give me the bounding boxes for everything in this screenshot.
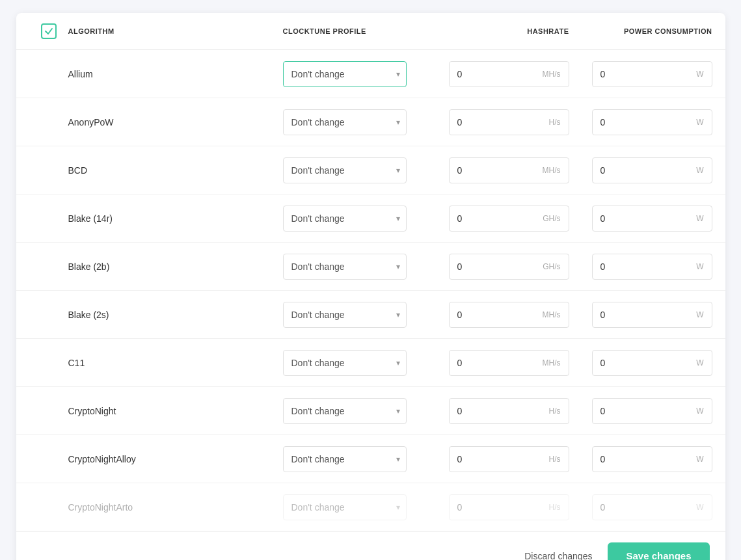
table-row: CryptoNightDon't changeProfile 1Profile …	[16, 387, 725, 435]
hashrate-unit: MH/s	[540, 358, 569, 367]
header-checkbox-cell[interactable]	[29, 23, 68, 39]
hashrate-input[interactable]	[450, 213, 541, 224]
algo-name: AnonyPoW	[68, 117, 283, 127]
algo-name: C11	[68, 358, 283, 368]
hashrate-input[interactable]	[450, 165, 540, 176]
clocktune-profile-cell: Don't changeProfile 1Profile 2Profile 3▾	[283, 441, 426, 477]
power-input-wrapper: W	[592, 494, 712, 520]
power-unit: W	[694, 455, 711, 464]
dropdown-wrapper: Don't changeProfile 1Profile 2Profile 3▾	[283, 446, 407, 472]
power-input[interactable]	[593, 117, 694, 127]
hashrate-input[interactable]	[450, 117, 546, 127]
hashrate-input-wrapper: MH/s	[449, 350, 569, 376]
hashrate-input[interactable]	[450, 358, 540, 368]
power-input[interactable]	[593, 406, 694, 416]
hashrate-cell: MH/s	[426, 157, 569, 183]
hashrate-input[interactable]	[450, 454, 546, 464]
power-input[interactable]	[593, 454, 694, 464]
col-header-hashrate: HASHRATE	[426, 27, 569, 35]
col-header-algorithm: ALGORITHM	[68, 27, 283, 35]
discard-button[interactable]: Discard changes	[524, 546, 592, 561]
hashrate-cell: H/s	[426, 494, 569, 520]
profile-dropdown[interactable]: Don't changeProfile 1Profile 2Profile 3	[283, 61, 407, 87]
power-input[interactable]	[593, 165, 694, 176]
power-cell: W	[569, 61, 712, 87]
clocktune-profile-cell: Don't changeProfile 1Profile 2Profile 3▾	[283, 104, 426, 140]
profile-dropdown[interactable]: Don't changeProfile 1Profile 2Profile 3	[283, 494, 407, 520]
hashrate-cell: GH/s	[426, 206, 569, 232]
profile-dropdown[interactable]: Don't changeProfile 1Profile 2Profile 3	[283, 350, 407, 376]
dropdown-wrapper: Don't changeProfile 1Profile 2Profile 3▾	[283, 302, 407, 328]
select-all-checkbox[interactable]	[41, 23, 57, 39]
profile-dropdown[interactable]: Don't changeProfile 1Profile 2Profile 3	[283, 254, 407, 280]
algo-name: BCD	[68, 165, 283, 176]
hashrate-input-wrapper: GH/s	[449, 206, 569, 232]
power-input[interactable]	[593, 310, 694, 320]
algo-name: Blake (14r)	[68, 213, 283, 224]
hashrate-cell: GH/s	[426, 254, 569, 280]
table-row: AnonyPoWDon't changeProfile 1Profile 2Pr…	[16, 98, 725, 146]
hashrate-unit: H/s	[546, 118, 569, 127]
power-cell: W	[569, 157, 712, 183]
dropdown-wrapper: Don't changeProfile 1Profile 2Profile 3▾	[283, 398, 407, 424]
hashrate-input[interactable]	[450, 261, 541, 272]
hashrate-input[interactable]	[450, 310, 540, 320]
table-row: BCDDon't changeProfile 1Profile 2Profile…	[16, 146, 725, 194]
power-unit: W	[694, 166, 711, 175]
power-unit: W	[694, 118, 711, 127]
algo-name: Blake (2b)	[68, 261, 283, 272]
hashrate-input-wrapper: MH/s	[449, 61, 569, 87]
hashrate-input-wrapper: H/s	[449, 494, 569, 520]
power-input-wrapper: W	[592, 350, 712, 376]
hashrate-cell: H/s	[426, 109, 569, 135]
col-header-power: POWER CONSUMPTION	[569, 27, 712, 35]
profile-dropdown[interactable]: Don't changeProfile 1Profile 2Profile 3	[283, 446, 407, 472]
power-input-wrapper: W	[592, 446, 712, 472]
power-input-wrapper: W	[592, 254, 712, 280]
hashrate-input[interactable]	[450, 69, 540, 79]
hashrate-unit: MH/s	[540, 310, 569, 319]
table-row: CryptoNightArtoDon't changeProfile 1Prof…	[16, 483, 725, 531]
save-button[interactable]: Save changes	[608, 542, 709, 560]
profile-dropdown[interactable]: Don't changeProfile 1Profile 2Profile 3	[283, 302, 407, 328]
power-cell: W	[569, 350, 712, 376]
algo-name: Allium	[68, 69, 283, 79]
power-unit: W	[694, 310, 711, 319]
hashrate-input[interactable]	[450, 406, 546, 416]
algo-name: CryptoNight	[68, 406, 283, 416]
hashrate-unit: H/s	[546, 407, 569, 416]
hashrate-cell: MH/s	[426, 61, 569, 87]
power-unit: W	[694, 503, 711, 512]
dropdown-wrapper: Don't changeProfile 1Profile 2Profile 3▾	[283, 109, 407, 135]
dropdown-wrapper: Don't changeProfile 1Profile 2Profile 3▾	[283, 206, 407, 232]
hashrate-unit: MH/s	[540, 70, 569, 79]
table-row: Blake (2b)Don't changeProfile 1Profile 2…	[16, 243, 725, 291]
power-cell: W	[569, 206, 712, 232]
dropdown-wrapper: Don't changeProfile 1Profile 2Profile 3▾	[283, 61, 407, 87]
hashrate-input[interactable]	[450, 502, 546, 513]
power-input[interactable]	[593, 69, 694, 79]
hashrate-unit: GH/s	[540, 262, 568, 271]
power-unit: W	[694, 214, 711, 223]
table-row: CryptoNightAlloyDon't changeProfile 1Pro…	[16, 435, 725, 483]
rows-container: AlliumDon't changeProfile 1Profile 2Prof…	[16, 50, 725, 531]
hashrate-cell: MH/s	[426, 350, 569, 376]
power-input[interactable]	[593, 502, 694, 513]
profile-dropdown[interactable]: Don't changeProfile 1Profile 2Profile 3	[283, 109, 407, 135]
dropdown-wrapper: Don't changeProfile 1Profile 2Profile 3▾	[283, 494, 407, 520]
profile-dropdown[interactable]: Don't changeProfile 1Profile 2Profile 3	[283, 398, 407, 424]
table-row: Blake (14r)Don't changeProfile 1Profile …	[16, 194, 725, 243]
power-cell: W	[569, 254, 712, 280]
hashrate-unit: H/s	[546, 503, 569, 512]
power-cell: W	[569, 494, 712, 520]
power-input[interactable]	[593, 358, 694, 368]
profile-dropdown[interactable]: Don't changeProfile 1Profile 2Profile 3	[283, 157, 407, 183]
table-row: Blake (2s)Don't changeProfile 1Profile 2…	[16, 291, 725, 339]
algo-name: Blake (2s)	[68, 310, 283, 320]
power-input[interactable]	[593, 261, 694, 272]
power-input[interactable]	[593, 213, 694, 224]
power-input-wrapper: W	[592, 157, 712, 183]
col-header-clocktune: CLOCKTUNE PROFILE	[283, 27, 426, 35]
profile-dropdown[interactable]: Don't changeProfile 1Profile 2Profile 3	[283, 206, 407, 232]
clocktune-profile-cell: Don't changeProfile 1Profile 2Profile 3▾	[283, 56, 426, 92]
